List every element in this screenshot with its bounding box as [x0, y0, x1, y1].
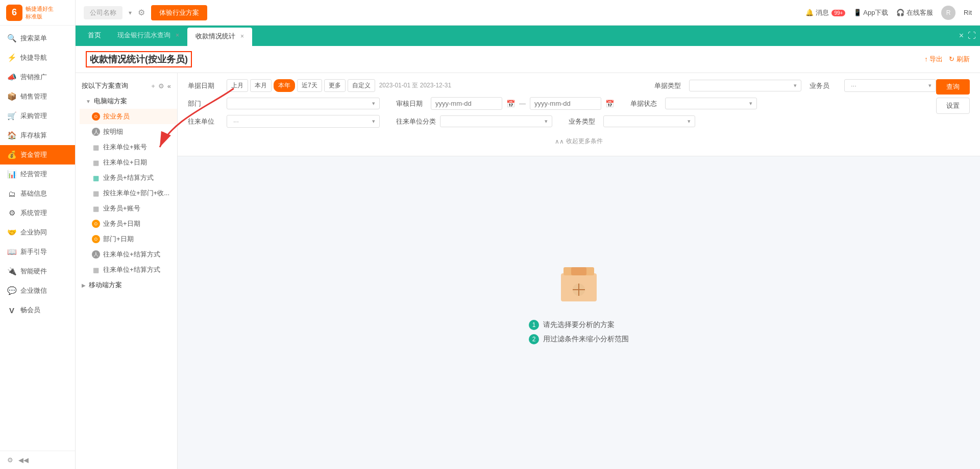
export-button[interactable]: ↑ 导出 — [924, 55, 943, 64]
date-btn-this-month[interactable]: 本月 — [250, 79, 272, 92]
scheme-icon-pdept: ▦ — [92, 189, 100, 197]
sales-rep-select[interactable]: ··· ▾ — [844, 79, 936, 92]
scheme-item-by-detail[interactable]: 人 按明细 — [80, 124, 177, 139]
scheme-item-sales-settlement[interactable]: ▦ 业务员+结算方式 — [80, 170, 177, 185]
sidebar-item-collab[interactable]: 🤝 企业协同 — [0, 223, 75, 242]
date-btn-more[interactable]: 更多 — [324, 79, 346, 92]
scheme-item-sales-date[interactable]: ⊙ 业务员+日期 — [80, 216, 177, 231]
scheme-item-partner-settlement1[interactable]: 人 往来单位+结算方式 — [80, 247, 177, 262]
business-type-select[interactable]: ▾ — [603, 115, 695, 127]
filter-area-inner: 单据日期 上月 本月 本年 近7天 更多 自定义 2023-01-01 至 20… — [188, 79, 970, 133]
settings-button[interactable]: 设置 — [936, 98, 970, 114]
sidebar-item-purchase[interactable]: 🛒 采购管理 — [0, 106, 75, 126]
hint-num-1: 1 — [529, 320, 539, 330]
review-date-start-calendar[interactable]: 📅 — [506, 100, 515, 108]
hardware-icon: 🔌 — [7, 267, 16, 276]
trial-industry-button[interactable]: 体验行业方案 — [151, 5, 207, 20]
collapse-icon: ∧∧ — [555, 138, 564, 145]
company-dropdown-icon[interactable]: ▾ — [129, 9, 132, 16]
expand-tabs-icon[interactable]: ⛶ — [968, 31, 976, 40]
scheme-item-partner-date[interactable]: ▦ 往来单位+日期 — [80, 155, 177, 170]
scheme-settings-icon[interactable]: ⚙ — [158, 82, 164, 90]
voucher-type-select[interactable]: ▾ — [689, 80, 801, 91]
voucher-type-arrow: ▾ — [794, 82, 797, 89]
partner-category-select[interactable]: ▾ — [440, 115, 552, 127]
wechat-icon: 💬 — [7, 286, 16, 295]
finance-icon: 💰 — [7, 150, 16, 159]
tab-cashflow-close[interactable]: × — [176, 32, 179, 39]
collapse-filter-button[interactable]: ∧∧ 收起更多条件 — [188, 133, 970, 150]
sidebar-item-system[interactable]: ⚙ 系统管理 — [0, 203, 75, 223]
messages-link[interactable]: 🔔 消息 99+ — [805, 8, 845, 17]
mobile-group-expand-icon: ▶ — [82, 283, 86, 288]
partner-category-label: 往来单位分类 — [396, 117, 436, 126]
query-button[interactable]: 查询 — [936, 79, 970, 95]
collapse-panel-icon[interactable]: « — [167, 82, 171, 90]
empty-state: 1 请先选择要分析的方案 2 用过滤条件来缩小分析范围 — [178, 156, 980, 469]
sidebar-item-quicknav[interactable]: ⚡ 快捷导航 — [0, 48, 75, 67]
user-avatar[interactable]: R — [941, 6, 955, 20]
collapse-sidebar-icon[interactable]: ◀◀ — [18, 456, 29, 464]
scheme-icon-ps2: ▦ — [92, 266, 100, 274]
sidebar-item-hardware[interactable]: 🔌 智能硬件 — [0, 262, 75, 281]
sidebar-item-basic[interactable]: 🗂 基础信息 — [0, 184, 75, 203]
sales-icon: 📦 — [7, 92, 16, 101]
tab-collection-close[interactable]: × — [240, 33, 244, 40]
sidebar-item-marketing[interactable]: 📣 营销推广 — [0, 67, 75, 87]
scheme-group-mobile-title[interactable]: ▶ 移动端方案 — [76, 277, 177, 293]
messages-badge: 99+ — [831, 10, 845, 16]
scheme-icon-ss: ▦ — [92, 174, 100, 182]
topbar-settings-icon[interactable]: ⚙ — [138, 8, 145, 17]
date-btn-7days[interactable]: 近7天 — [297, 79, 322, 92]
tabs-bar: 首页 现金银行流水查询 × 收款情况统计 × × ⛶ — [76, 26, 980, 46]
scheme-item-partner-settlement2[interactable]: ▦ 往来单位+结算方式 — [80, 262, 177, 277]
review-date-end-calendar[interactable]: 📅 — [605, 100, 614, 108]
main-area: 公司名称 ▾ ⚙ 体验行业方案 🔔 消息 99+ 📱 App下载 🎧 在线客服 … — [76, 0, 980, 469]
review-date-start[interactable] — [431, 97, 502, 110]
tab-cashflow[interactable]: 现金银行流水查询 × — [109, 26, 187, 46]
sidebar-item-finance[interactable]: 💰 资金管理 — [0, 145, 75, 165]
close-all-tabs-icon[interactable]: × — [959, 31, 964, 40]
empty-hints: 1 请先选择要分析的方案 2 用过滤条件来缩小分析范围 — [529, 320, 629, 344]
date-btn-last-month[interactable]: 上月 — [227, 79, 248, 92]
sidebar-item-management[interactable]: 📊 经营管理 — [0, 165, 75, 184]
scheme-item-partner-account[interactable]: ▦ 往来单位+账号 — [80, 139, 177, 155]
sales-rep-more-icon[interactable]: ··· — [851, 82, 856, 89]
scheme-group-pc-title[interactable]: ▼ 电脑端方案 — [80, 93, 177, 109]
partner-select[interactable]: ··· ▾ — [227, 115, 380, 128]
review-date-end[interactable] — [530, 97, 601, 110]
scheme-item-dept-date[interactable]: ⊙ 部门+日期 — [80, 231, 177, 247]
voucher-status-select[interactable]: ▾ — [665, 98, 757, 109]
app-download-link[interactable]: 📱 App下载 — [853, 8, 888, 17]
scheme-item-sales-account[interactable]: ▦ 业务员+账号 — [80, 201, 177, 216]
filter-row-2: 部门 ▾ 审核日期 📅 — — [188, 97, 936, 110]
sidebar-item-guide[interactable]: 📖 新手引导 — [0, 242, 75, 262]
logo-text: 畅捷通好生 标准版 — [26, 5, 54, 20]
partner-more-icon[interactable]: ··· — [233, 118, 239, 125]
scheme-item-by-sales[interactable]: ⊙ 按业务员 — [80, 109, 177, 124]
online-service-link[interactable]: 🎧 在线客服 — [896, 8, 933, 17]
dept-select[interactable]: ▾ — [227, 98, 380, 109]
pc-group-expand-icon: ▼ — [86, 99, 91, 104]
sidebar-item-search[interactable]: 🔍 搜索菜单 — [0, 29, 75, 48]
review-date-label: 审核日期 — [396, 99, 427, 108]
hint-text-2: 用过滤条件来缩小分析范围 — [543, 335, 629, 344]
sidebar-item-inventory[interactable]: 🏠 库存核算 — [0, 126, 75, 145]
filter-area: 单据日期 上月 本月 本年 近7天 更多 自定义 2023-01-01 至 20… — [178, 73, 980, 156]
hint-item-2: 2 用过滤条件来缩小分析范围 — [529, 334, 629, 344]
date-btn-custom[interactable]: 自定义 — [348, 79, 375, 92]
panel-header-label: 按以下方案查询 — [82, 81, 128, 90]
sidebar-item-member[interactable]: V 畅会员 — [0, 300, 75, 320]
add-scheme-icon[interactable]: + — [151, 82, 155, 90]
sidebar-item-wechat[interactable]: 💬 企业微信 — [0, 281, 75, 300]
settings-footer-icon[interactable]: ⚙ — [7, 456, 13, 464]
scheme-icon-ps1: 人 — [92, 250, 100, 259]
tab-collection[interactable]: 收款情况统计 × — [187, 28, 252, 46]
refresh-button[interactable]: ↻ 刷新 — [949, 55, 970, 64]
date-btn-this-year[interactable]: 本年 — [274, 79, 295, 92]
scheme-item-partner-dept[interactable]: ▦ 按往来单位+部门+收... — [80, 185, 177, 201]
sidebar-item-sales[interactable]: 📦 销售管理 — [0, 87, 75, 106]
scheme-group-pc: ▼ 电脑端方案 ⊙ 按业务员 人 按明细 ▦ 往来单位+账号 — [76, 93, 177, 277]
tab-home[interactable]: 首页 — [80, 26, 109, 46]
business-type-arrow: ▾ — [688, 118, 691, 125]
